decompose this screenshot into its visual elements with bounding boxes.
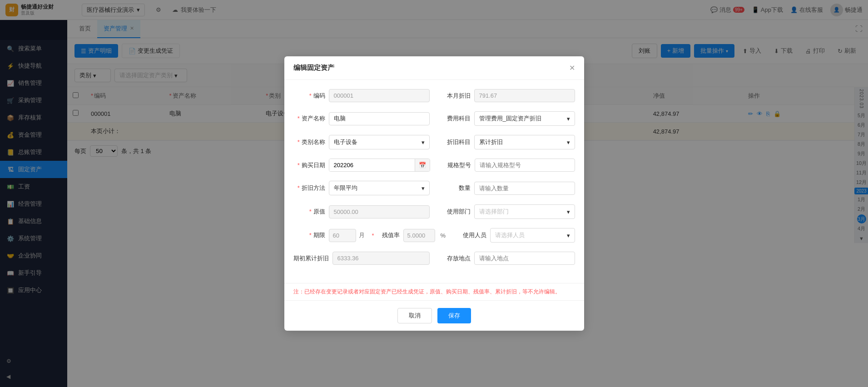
form-item-expense-subject: 费用科目 管理费用_固定资产折旧 ▾ [439,111,575,126]
residual-rate-label: 残值率 [382,231,400,239]
purchase-date-input-group: 📅 [329,159,430,172]
modal-title: 编辑固定资产 [293,64,334,72]
form-item-location: 存放地点 [439,252,575,265]
purchase-date-input[interactable] [329,159,415,171]
asset-name-input[interactable] [329,112,430,125]
expense-subject-label: 费用科目 [439,114,471,123]
user-select[interactable]: 请选择人员 ▾ [490,228,575,243]
dep-subject-chevron: ▾ [567,139,570,146]
form-item-initial-cumulative: 期初累计折旧 [293,252,430,265]
purchase-date-label: * 购买日期 [293,161,325,169]
department-select[interactable]: 请选择部门 ▾ [474,204,575,219]
monthly-dep-input[interactable] [474,89,575,102]
dep-subject-label: 折旧科目 [439,138,471,146]
initial-cumulative-input[interactable] [332,252,430,265]
category-value: 电子设备 [334,138,357,146]
original-value-input[interactable] [329,205,430,218]
department-chevron: ▾ [567,208,570,215]
form-item-original-value: * 原值 [293,204,430,219]
form-row-3: * 类别名称 电子设备 ▾ 折旧科目 累计折旧 ▾ [293,135,575,149]
form-row-1: * 编码 本月折旧 [293,89,575,102]
form-item-dep-method: * 折旧方法 年限平均 ▾ [293,181,430,195]
modal-body: * 编码 本月折旧 * 资产名称 费用科目 管理费用_固定资产折旧 [284,80,584,283]
form-item-category: * 类别名称 电子设备 ▾ [293,135,430,149]
form-row-2: * 资产名称 费用科目 管理费用_固定资产折旧 ▾ [293,111,575,126]
dep-method-chevron: ▾ [422,185,425,192]
form-row-4: * 购买日期 📅 规格型号 [293,159,575,172]
form-row-5: * 折旧方法 年限平均 ▾ 数量 [293,181,575,195]
calendar-icon[interactable]: 📅 [415,159,430,171]
modal-footer: 取消 保存 [284,300,584,331]
form-item-period-residual: * 期限 月 * 残值率 % [293,228,446,243]
save-button[interactable]: 保存 [437,308,471,323]
residual-rate-input[interactable] [403,229,435,242]
name-label: * 资产名称 [293,114,325,123]
department-placeholder: 请选择部门 [479,208,509,216]
form-item-name: * 资产名称 [293,111,430,126]
note-text: 注：已经存在变更记录或者对应固定资产已经生成凭证，原值、购买日期、残值率、累计折… [293,288,560,295]
category-name-label: * 类别名称 [293,138,325,146]
edit-asset-modal: 编辑固定资产 ✕ * 编码 本月折旧 * 资产名称 [284,56,584,331]
spec-label: 规格型号 [439,161,471,169]
modal-header: 编辑固定资产 ✕ [284,56,584,80]
form-row-6: * 原值 使用部门 请选择部门 ▾ [293,204,575,219]
dep-method-label: * 折旧方法 [293,184,325,192]
initial-cumulative-label: 期初累计折旧 [293,254,329,263]
form-item-code: * 编码 [293,89,430,102]
code-label: * 编码 [293,92,325,100]
dep-subject-value: 累计折旧 [479,138,503,146]
period-group: 月 [329,229,365,242]
form-row-7: * 期限 月 * 残值率 % 使用人员 请选择人员 ▾ [293,228,575,243]
expense-subject-chevron: ▾ [567,115,570,122]
form-item-monthly-dep: 本月折旧 [439,89,575,102]
user-chevron: ▾ [567,232,570,239]
modal-close-icon[interactable]: ✕ [569,64,575,72]
category-chevron: ▾ [422,139,425,146]
spec-input[interactable] [475,159,575,172]
cancel-button[interactable]: 取消 [397,308,432,323]
category-select[interactable]: 电子设备 ▾ [329,135,430,149]
form-row-8: 期初累计折旧 存放地点 [293,252,575,265]
code-input[interactable] [329,89,430,102]
period-label: * 期限 [293,231,325,239]
form-item-user: 使用人员 请选择人员 ▾ [455,228,575,243]
form-item-dep-subject: 折旧科目 累计折旧 ▾ [439,135,575,149]
dep-subject-select[interactable]: 累计折旧 ▾ [474,135,575,149]
pct-label: % [441,232,446,239]
expense-subject-value: 管理费用_固定资产折旧 [479,114,541,123]
form-item-purchase-date: * 购买日期 📅 [293,159,430,172]
user-placeholder: 请选择人员 [495,231,525,239]
monthly-dep-label: 本月折旧 [439,92,471,100]
location-label: 存放地点 [439,254,471,263]
user-label: 使用人员 [455,231,486,239]
period-unit: 月 [359,231,365,239]
dep-method-value: 年限平均 [334,184,357,192]
quantity-label: 数量 [439,184,471,192]
dep-method-select[interactable]: 年限平均 ▾ [329,181,430,195]
period-input[interactable] [329,229,356,242]
location-input[interactable] [474,252,575,265]
modal-overlay: 编辑固定资产 ✕ * 编码 本月折旧 * 资产名称 [0,0,868,387]
form-item-quantity: 数量 [439,181,575,195]
department-label: 使用部门 [439,208,471,216]
expense-subject-select[interactable]: 管理费用_固定资产折旧 ▾ [474,111,575,126]
form-item-spec: 规格型号 [439,159,575,172]
quantity-input[interactable] [474,182,575,195]
modal-footer-note: 注：已经存在变更记录或者对应固定资产已经生成凭证，原值、购买日期、残值率、累计折… [284,283,584,300]
form-item-department: 使用部门 请选择部门 ▾ [439,204,575,219]
original-value-label: * 原值 [293,208,325,216]
